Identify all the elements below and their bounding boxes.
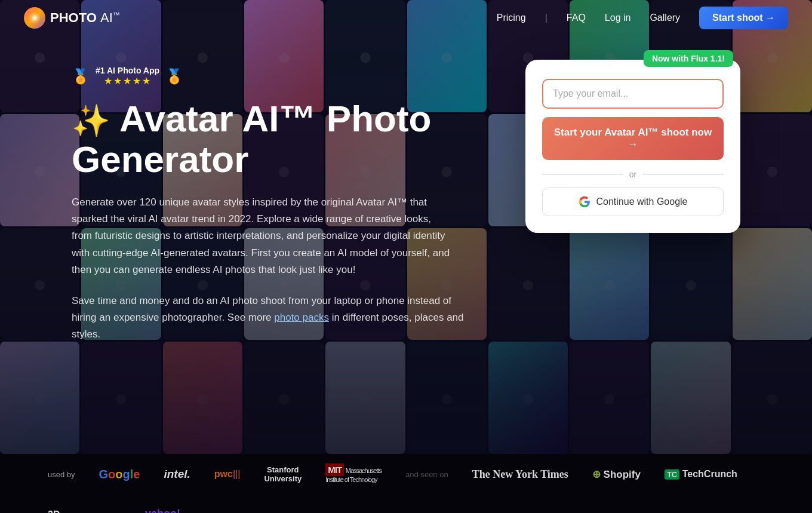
hero-left: 🏅 #1 AI Photo App ★★★★★ 🏅 ✨ Avatar AI™ P… — [72, 54, 478, 343]
nav-links: Pricing | FAQ Log in Gallery Start shoot… — [497, 7, 788, 29]
logo-icon — [24, 7, 45, 29]
brand-separator: and seen on — [405, 470, 448, 479]
laurel-left-icon: 🏅 — [72, 68, 90, 85]
mit-brand: MIT MassachusettsInstitute of Technology — [325, 465, 382, 484]
intel-brand: intel. — [164, 468, 190, 481]
award-content: #1 AI Photo App ★★★★★ — [96, 66, 159, 87]
shopify-brand: ⊕ Shopify — [592, 468, 641, 481]
logo[interactable]: PHOTO AI™ — [24, 7, 120, 29]
google-signin-button[interactable]: Continue with Google — [542, 188, 724, 216]
nav-gallery[interactable]: Gallery — [650, 13, 680, 23]
logo-text: PHOTO AI™ — [50, 10, 120, 26]
email-input[interactable] — [542, 79, 724, 109]
start-shoot-button[interactable]: Start shoot → — [699, 7, 788, 29]
google-brand: Google — [99, 468, 140, 481]
pwc-brand: pwc||| — [214, 469, 241, 480]
hero-description2: Save time and money and do an AI photo s… — [72, 293, 478, 343]
or-divider: or — [542, 170, 724, 179]
google-logo-icon — [579, 196, 590, 208]
google-button-label: Continue with Google — [596, 196, 688, 207]
brands-bar: used by Google intel. pwc||| StanfordUni… — [0, 454, 812, 513]
techcrunch-brand: TC TechCrunch — [665, 469, 737, 480]
yahoo-brand: yahoo!news — [145, 508, 180, 513]
nav-divider-1: | — [545, 13, 548, 23]
hero-section: 🏅 #1 AI Photo App ★★★★★ 🏅 ✨ Avatar AI™ P… — [0, 36, 812, 454]
photo-packs-link[interactable]: photo packs — [274, 312, 329, 323]
used-by-label: used by — [48, 470, 75, 479]
flux-badge: Now with Flux 1.1! — [644, 50, 733, 67]
zdnet-brand: 2DNET — [48, 509, 67, 513]
cta-button[interactable]: Start your Avatar AI™ shoot now → — [542, 117, 724, 160]
nav-pricing[interactable]: Pricing — [497, 13, 526, 23]
award-stars: ★★★★★ — [96, 75, 159, 87]
sparkles-icon: ✨ — [72, 103, 110, 138]
nav-login[interactable]: Log in — [605, 13, 631, 23]
nyt-brand: The New York Times — [472, 468, 568, 481]
nav-faq[interactable]: FAQ — [567, 13, 586, 23]
award-badge: 🏅 #1 AI Photo App ★★★★★ 🏅 — [72, 66, 183, 87]
stanford-brand: StanfordUniversity — [264, 465, 302, 483]
svg-point-2 — [33, 17, 36, 19]
laurel-right-icon: 🏅 — [165, 68, 183, 85]
award-title: #1 AI Photo App — [96, 66, 159, 75]
signup-card: Now with Flux 1.1! Start your Avatar AI™… — [525, 60, 740, 233]
hero-description: Generate over 120 unique avatar styles i… — [72, 194, 454, 278]
hero-title: ✨ Avatar AI™ Photo Generator — [72, 99, 478, 180]
navigation: PHOTO AI™ Pricing | FAQ Log in Gallery S… — [0, 0, 812, 36]
